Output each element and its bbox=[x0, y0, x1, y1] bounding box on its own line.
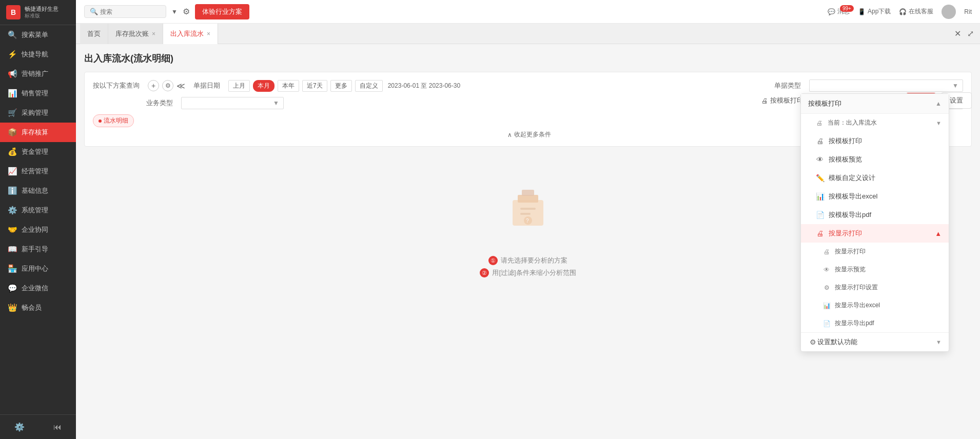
biz-select[interactable]: ▼ bbox=[181, 97, 284, 109]
sub-filter-tag[interactable]: 流水明细 bbox=[93, 114, 134, 127]
display-preview-icon: 👁 bbox=[822, 266, 831, 274]
sidebar-item-label: 新手引导 bbox=[22, 245, 48, 254]
dp-current-label: 当前：出入库流水 bbox=[828, 118, 877, 127]
message-icon: 💬 bbox=[828, 8, 835, 15]
dp-display-excel[interactable]: 📊 按显示导出excel bbox=[801, 296, 949, 314]
dp-expand-left: 🖨 按显示打印 bbox=[815, 229, 862, 238]
sidebar-item-operations[interactable]: 📈 经营管理 bbox=[0, 162, 76, 181]
date-more[interactable]: 更多 bbox=[330, 80, 352, 92]
sidebar-item-wechat[interactable]: 💬 企业微信 bbox=[0, 278, 76, 298]
app-label: App下载 bbox=[868, 7, 891, 16]
sidebar: B 畅捷通好生意 标准版 🔍 搜索菜单 ⚡ 快捷导航 📢 营销推广 📊 销售管理… bbox=[0, 0, 76, 439]
topbar-search-box[interactable]: 🔍 bbox=[84, 5, 166, 18]
service-button[interactable]: 🎧 在线客服 bbox=[899, 7, 933, 16]
tab-expand-button[interactable]: ⤢ bbox=[965, 27, 976, 41]
sidebar-item-system[interactable]: ⚙️ 系统管理 bbox=[0, 201, 76, 220]
sidebar-item-sales[interactable]: 📊 销售管理 bbox=[0, 84, 76, 103]
trial-button[interactable]: 体验行业方案 bbox=[195, 4, 249, 19]
dp-item-template-print[interactable]: 🖨 按模板打印 bbox=[801, 132, 949, 150]
tab-home[interactable]: 首页 bbox=[80, 24, 108, 44]
dp-display-preview[interactable]: 👁 按显示预览 bbox=[801, 261, 949, 278]
dp-display-print[interactable]: 🖨 按显示打印 bbox=[801, 243, 949, 261]
sidebar-item-shortcut[interactable]: ⚡ 快捷导航 bbox=[0, 45, 76, 64]
search-input[interactable] bbox=[100, 8, 151, 15]
sidebar-item-enterprise[interactable]: 🤝 企业协同 bbox=[0, 220, 76, 240]
sidebar-item-marketing[interactable]: 📢 营销推广 bbox=[0, 64, 76, 84]
app-download-button[interactable]: 📱 App下载 bbox=[858, 7, 891, 16]
tab-flow[interactable]: 出入库流水 × bbox=[163, 24, 218, 44]
tab-flow-close[interactable]: × bbox=[207, 30, 210, 37]
settings-bottom-icon[interactable]: ⚙️ bbox=[11, 419, 28, 435]
dp-footer[interactable]: ⚙ 设置默认功能 ▼ bbox=[801, 332, 949, 351]
sidebar-item-guide[interactable]: 📖 新手引导 bbox=[0, 240, 76, 259]
dp-item-template-excel[interactable]: 📊 按模板导出excel bbox=[801, 187, 949, 206]
hint-1: ① 请先选择要分析的方案 bbox=[488, 256, 567, 265]
sidebar-item-label: 系统管理 bbox=[22, 206, 48, 215]
date-7days[interactable]: 近7天 bbox=[302, 80, 327, 92]
content-area: 出入库流水(流水明细) 🖨 按模板打印 ▲ 📤 导出 🔄 刷新 ... 查询 设… bbox=[76, 44, 980, 439]
dp-item-template-pdf[interactable]: 📄 按模板导出pdf bbox=[801, 206, 949, 224]
current-icon: 🖨 bbox=[815, 119, 824, 127]
dp-display-settings[interactable]: ⚙ 按显示打印设置 bbox=[801, 278, 949, 296]
message-badge: 99+ bbox=[840, 5, 854, 12]
topbar: 🔍 ▼ ⚙ 体验行业方案 💬 消息 99+ 📱 App下载 🎧 在线客服 Rit bbox=[76, 0, 980, 24]
dp-display-print-section[interactable]: 🖨 按显示打印 ▲ bbox=[801, 224, 949, 243]
username[interactable]: Rit bbox=[964, 8, 972, 15]
dp-item-template-preview[interactable]: 👁 按模板预览 bbox=[801, 150, 949, 169]
topbar-right: 💬 消息 99+ 📱 App下载 🎧 在线客服 Rit bbox=[828, 5, 972, 19]
type-select[interactable]: ▼ bbox=[809, 79, 963, 92]
dp-sub-label: 按显示预览 bbox=[835, 265, 866, 274]
tabbar-right: ✕ ⤢ bbox=[952, 27, 980, 41]
dp-sub-label: 按显示导出pdf bbox=[835, 319, 874, 328]
filter-section-label: 按以下方案查询 bbox=[93, 81, 140, 90]
filter-settings-button[interactable]: ⚙ bbox=[162, 80, 173, 91]
date-custom[interactable]: 自定义 bbox=[355, 80, 383, 92]
dropdown-collapse-arrow[interactable]: ▲ bbox=[935, 100, 942, 107]
app-logo: B 畅捷通好生意 标准版 bbox=[0, 0, 76, 25]
dp-item-template-custom[interactable]: ✏️ 模板自定义设计 bbox=[801, 169, 949, 187]
date-last-month[interactable]: 上月 bbox=[228, 80, 250, 92]
operations-icon: 📈 bbox=[7, 167, 17, 176]
sidebar-item-inventory[interactable]: 📦 库存核算 bbox=[0, 123, 76, 142]
hint-num-1: ① bbox=[488, 256, 498, 265]
expand-arrow: ▲ bbox=[935, 230, 942, 237]
display-excel-icon: 📊 bbox=[822, 302, 831, 310]
tag-label: 流水明细 bbox=[104, 116, 128, 125]
date-this-month[interactable]: 本月 bbox=[253, 80, 275, 92]
svg-text:?: ? bbox=[526, 218, 529, 224]
sidebar-item-member[interactable]: 👑 畅会员 bbox=[0, 298, 76, 317]
sidebar-item-label: 企业协同 bbox=[22, 225, 48, 234]
sidebar-item-purchase[interactable]: 🛒 采购管理 bbox=[0, 103, 76, 123]
sidebar-item-basic[interactable]: ℹ️ 基础信息 bbox=[0, 181, 76, 201]
dp-item-label: 按模板打印 bbox=[829, 136, 862, 146]
sidebar-item-finance[interactable]: 💰 资金管理 bbox=[0, 142, 76, 162]
tab-batch-close[interactable]: × bbox=[152, 30, 155, 37]
dp-current[interactable]: 🖨 当前：出入库流水 ▼ bbox=[801, 114, 949, 132]
filter-collapse-button[interactable]: ≪ bbox=[177, 81, 185, 91]
sidebar-item-label: 库存核算 bbox=[22, 128, 48, 137]
svg-rect-3 bbox=[520, 208, 536, 210]
collapse-icon: ∧ bbox=[507, 131, 512, 138]
topbar-gear-icon[interactable]: ⚙ bbox=[183, 7, 190, 16]
topbar-dropdown-arrow[interactable]: ▼ bbox=[171, 8, 178, 15]
tab-batch[interactable]: 库存批次账 × bbox=[108, 24, 163, 44]
hint-num-2: ② bbox=[480, 268, 489, 277]
avatar[interactable] bbox=[942, 5, 956, 19]
sidebar-item-label: 采购管理 bbox=[22, 108, 48, 117]
collapse-icon[interactable]: ⏮ bbox=[50, 420, 65, 435]
dp-sub-label: 按显示打印设置 bbox=[835, 283, 878, 292]
date-filters: 上月 本月 本年 近7天 更多 自定义 2023-06-01 至 2023-06… bbox=[228, 80, 460, 92]
sidebar-item-appstore[interactable]: 🏪 应用中心 bbox=[0, 259, 76, 278]
wechat-icon: 💬 bbox=[7, 284, 17, 293]
hint-text-2: 用[过滤]条件来缩小分析范围 bbox=[492, 268, 576, 277]
sidebar-item-search[interactable]: 🔍 搜索菜单 bbox=[0, 25, 76, 45]
filter-add-button[interactable]: + bbox=[148, 80, 159, 91]
sidebar-item-label: 畅会员 bbox=[22, 303, 42, 312]
template-pdf-icon: 📄 bbox=[815, 210, 825, 220]
date-this-year[interactable]: 本年 bbox=[278, 80, 299, 92]
tab-close-all-button[interactable]: ✕ bbox=[952, 27, 963, 41]
sidebar-item-label: 营销推广 bbox=[22, 69, 48, 78]
dp-display-pdf[interactable]: 📄 按显示导出pdf bbox=[801, 314, 949, 332]
dropdown-header: 按模板打印 ▲ bbox=[801, 94, 949, 114]
message-button[interactable]: 💬 消息 99+ bbox=[828, 7, 850, 16]
